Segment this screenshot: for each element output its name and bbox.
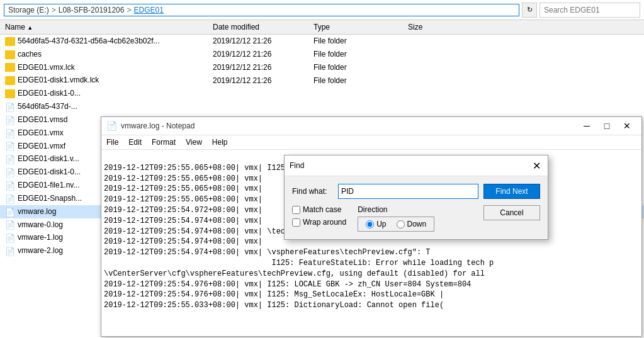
table-row[interactable]: EDGE01-disk1.vmdk.lck 2019/12/12 21:26 F… [0, 74, 644, 87]
file-name: EDGE01-disk1-0... [18, 89, 81, 98]
table-row[interactable]: EDGE01-disk1-0... [0, 87, 644, 100]
direction-down-radio[interactable] [397, 220, 405, 228]
file-date-cell: 2019/12/12 21:26 [208, 48, 308, 61]
file-name: EDGE01-disk1.v... [18, 154, 79, 163]
file-type-cell: File folder [308, 74, 403, 87]
log-line-3: 2019-12-12T09:25:55.065+08:00| vmx| [104, 184, 267, 193]
maximize-button[interactable]: □ [597, 120, 616, 132]
cancel-button[interactable]: Cancel [483, 205, 540, 220]
file-name: EDGE01.vmsd [18, 115, 67, 124]
direction-area: Direction Up Down [358, 205, 478, 232]
find-body: Find what: Find Next Match case Wrap aro… [285, 176, 548, 239]
direction-down-option[interactable]: Down [397, 220, 427, 228]
direction-group: Up Down [358, 217, 434, 232]
file-name: vmware-0.log [18, 220, 63, 229]
menu-view[interactable]: View [181, 137, 207, 148]
col-type[interactable]: Type [308, 20, 403, 35]
file-name-cell[interactable]: EDGE01.vmx.lck [0, 61, 208, 74]
wrap-around-option[interactable]: Wrap around [292, 218, 346, 227]
close-button[interactable]: ✕ [618, 120, 636, 132]
col-size[interactable]: Size [403, 20, 644, 35]
find-what-row: Find what: Find Next [292, 184, 540, 199]
address-path[interactable]: Storage (E:) > L08-SFB-20191206 > EDGE01 [4, 4, 519, 16]
find-next-button[interactable]: Find Next [483, 184, 540, 199]
direction-up-option[interactable]: Up [366, 220, 386, 228]
file-name: EDGE01-disk1-0... [18, 167, 81, 176]
log-line-14: 2019-12-12T09:25:55.033+08:00| vmx| I125… [104, 301, 444, 310]
file-name: EDGE01-Snapsh... [18, 194, 82, 203]
file-size-cell [403, 61, 644, 74]
file-size-cell [403, 87, 644, 100]
file-type-cell [308, 87, 403, 100]
file-name: EDGE01-disk1.vmdk.lck [18, 76, 99, 84]
table-row[interactable]: 564d6fa5-437d-6321-d56a-4cb62e3b02f... 2… [0, 35, 644, 48]
path-storage[interactable]: Storage (E:) [8, 6, 49, 14]
file-name-cell[interactable]: 564d6fa5-437d-6321-d56a-4cb62e3b02f... [0, 35, 208, 48]
find-close-button[interactable]: ✕ [530, 159, 543, 172]
file-name: vmware-2.log [18, 246, 63, 255]
log-line-12: 2019-12-12T09:25:54.976+08:00| vmx| I125… [104, 280, 471, 289]
search-input[interactable] [539, 3, 640, 18]
menu-help[interactable]: Help [207, 137, 233, 148]
match-case-label: Match case [303, 205, 341, 214]
file-date-cell: 2019/12/12 21:26 [208, 74, 308, 87]
file-name-cell[interactable]: EDGE01-disk1-0... [0, 87, 208, 100]
direction-down-label: Down [407, 220, 427, 228]
file-type-cell: File folder [308, 48, 403, 61]
menu-file[interactable]: File [101, 137, 123, 148]
file-name: EDGE01-file1.nv... [18, 181, 79, 189]
file-name-cell[interactable]: 📄564d6fa5-437d-... [0, 100, 208, 113]
file-type-cell [308, 100, 403, 113]
notepad-controls: ─ □ ✕ [577, 120, 636, 132]
match-case-option[interactable]: Match case [292, 205, 346, 214]
notepad-titlebar: 📄 vmware.log - Notepad ─ □ ✕ [101, 117, 641, 135]
file-size-cell [403, 35, 644, 48]
menu-edit[interactable]: Edit [123, 137, 147, 148]
log-line-11: \vCenterServer\cfg\vsphereFeatures\techP… [104, 269, 485, 278]
find-buttons-col: Cancel [483, 205, 540, 220]
file-size-cell [403, 48, 644, 61]
addr-buttons: ↻ [522, 3, 537, 18]
direction-up-radio[interactable] [366, 220, 374, 228]
file-date-cell: 2019/12/12 21:26 [208, 35, 308, 48]
file-name: 564d6fa5-437d-... [18, 102, 77, 111]
file-type-cell: File folder [308, 35, 403, 48]
match-case-checkbox[interactable] [292, 206, 300, 214]
wrap-around-checkbox[interactable] [292, 218, 300, 227]
wrap-around-label: Wrap around [303, 218, 346, 227]
file-name: caches [18, 50, 42, 59]
file-name: EDGE01.vmxf [18, 142, 65, 150]
find-what-input[interactable] [338, 184, 478, 199]
log-line-10: I125: FeatureStateLib: Error while loadi… [104, 259, 494, 268]
file-name: vmware.log [18, 207, 56, 216]
log-line-6: 2019-12-12T09:25:54.974+08:00| vmx| [104, 217, 267, 225]
direction-up-label: Up [376, 220, 386, 228]
log-line-5: 2019-12-12T09:25:54.972+08:00| vmx| [104, 206, 267, 215]
log-line-2: 2019-12-12T09:25:55.065+08:00| vmx| [104, 174, 267, 183]
col-date[interactable]: Date modified [208, 20, 308, 35]
direction-label: Direction [358, 205, 387, 214]
path-edge01[interactable]: EDGE01 [133, 6, 163, 14]
file-type-cell: File folder [308, 61, 403, 74]
file-size-cell [403, 74, 644, 87]
col-name[interactable]: Name ▲ [0, 20, 208, 35]
find-what-label: Find what: [292, 187, 333, 196]
table-row[interactable]: 📄564d6fa5-437d-... [0, 100, 644, 113]
file-date-cell: 2019/12/12 21:26 [208, 61, 308, 74]
minimize-button[interactable]: ─ [577, 120, 596, 132]
refresh-button[interactable]: ↻ [522, 3, 537, 18]
file-size-cell [403, 100, 644, 113]
table-row[interactable]: EDGE01.vmx.lck 2019/12/12 21:26 File fol… [0, 61, 644, 74]
menu-format[interactable]: Format [147, 137, 181, 148]
find-dialog-title: Find [290, 161, 304, 170]
find-options-row: Match case Wrap around Direction Up [292, 205, 540, 232]
file-name-cell[interactable]: EDGE01-disk1.vmdk.lck [0, 74, 208, 87]
path-l08[interactable]: L08-SFB-20191206 [59, 6, 125, 14]
find-options-left: Match case Wrap around [292, 205, 346, 227]
log-line-9: 2019-12-12T09:25:54.974+08:00| vmx| \vsp… [104, 248, 430, 257]
log-line-8: 2019-12-12T09:25:54.974+08:00| vmx| [104, 237, 267, 246]
notepad-menu: File Edit Format View Help [101, 135, 641, 150]
file-name-cell[interactable]: caches [0, 48, 208, 61]
table-row[interactable]: caches 2019/12/12 21:26 File folder [0, 48, 644, 61]
file-date-cell [208, 87, 308, 100]
